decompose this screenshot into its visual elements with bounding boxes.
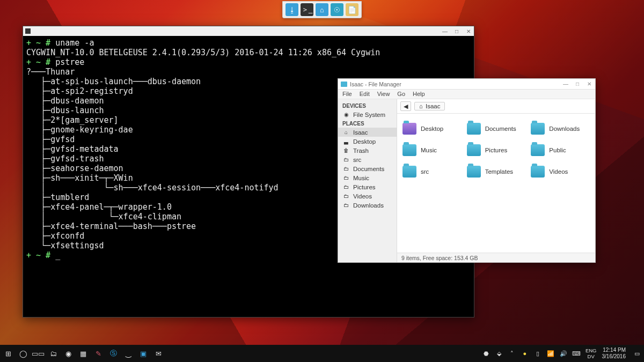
folder-pictures[interactable]: Pictures [465, 139, 528, 161]
sidebar-device-file system[interactable]: ◉File System [338, 110, 397, 119]
sidebar-places-header: PLACES [338, 119, 397, 128]
fm-statusbar: 9 items, Free space: 153.4 GB [397, 253, 595, 262]
tray-app-icon[interactable]: ⬣ [482, 350, 490, 357]
sidebar-place-trash[interactable]: 🗑Trash [338, 146, 397, 155]
home-icon: ⌂ [342, 129, 350, 136]
folder-icon [531, 123, 545, 135]
tray-volume-icon[interactable]: 🔊 [560, 350, 567, 357]
desktop-icon: ▃ [342, 138, 350, 145]
folder-icon: 🗀 [342, 166, 350, 172]
folder-src[interactable]: src [400, 161, 464, 182]
app-icon[interactable]: ‿ [123, 349, 133, 358]
sidebar-place-music[interactable]: 🗀Music [338, 173, 397, 182]
minimize-button[interactable]: — [442, 28, 448, 34]
kb-text: DV [586, 353, 597, 359]
trash-icon: 🗑 [342, 147, 350, 154]
folder-icon: 🗀 [342, 193, 350, 200]
minimize-button[interactable]: — [562, 81, 569, 87]
folder-music[interactable]: Music [400, 139, 464, 161]
taskbar-clock[interactable]: 12:14 PM 3/16/2016 [602, 347, 628, 360]
lang-text: ENG [586, 348, 597, 353]
fm-title-text: Isaac - File Manager [350, 81, 401, 87]
menu-help[interactable]: Help [413, 91, 425, 98]
folder-documents[interactable]: Documents [465, 118, 528, 139]
sidebar-place-isaac[interactable]: ⌂Isaac [338, 128, 397, 137]
menu-edit[interactable]: Edit [360, 91, 370, 98]
clock-date: 3/16/2016 [602, 353, 626, 360]
folder-templates[interactable]: Templates [465, 161, 528, 182]
folder-icon [402, 123, 416, 135]
maximize-button[interactable]: □ [574, 81, 581, 87]
chrome-icon[interactable]: ◉ [63, 349, 73, 358]
folder-icon [402, 144, 416, 156]
menu-go[interactable]: Go [397, 91, 405, 98]
dock-web-icon[interactable]: ☉ [331, 3, 343, 16]
menu-file[interactable]: File [342, 91, 352, 98]
taskview-icon[interactable]: ▭▭ [33, 349, 43, 358]
fm-main-pane: ◀ ⌂ Isaac DesktopDocumentsDownloadsMusic… [397, 99, 595, 262]
tray-keyboard-icon[interactable]: ⌨ [573, 350, 580, 357]
window-icon[interactable]: ▦ [78, 349, 88, 358]
close-button[interactable]: ✕ [465, 28, 472, 34]
fm-titlebar[interactable]: Isaac - File Manager — □ ✕ [338, 79, 595, 90]
tray-notifications-icon[interactable]: ▭ [633, 350, 641, 357]
cortana-icon[interactable]: ◯ [18, 349, 28, 358]
folder-icon [531, 144, 545, 156]
file-manager-window: Isaac - File Manager — □ ✕ FileEditViewG… [338, 78, 596, 263]
fm-status-text: 9 items, Free space: 153.4 GB [401, 255, 478, 261]
top-dock: ⭳ ＞_ ⌂ ☉ 📄 [282, 1, 362, 18]
disk-icon: ◉ [342, 112, 350, 118]
folder-icon [467, 166, 481, 178]
gimp-icon[interactable]: ✎ [93, 349, 103, 358]
taskbar: ⊞ ◯ ▭▭ 🗂 ◉ ▦ ✎ Ⓢ ‿ ▣ ✉ ⬣ ⬙ ˄ ● ▯ 📶 🔊 ⌨ E… [0, 345, 644, 362]
menu-view[interactable]: View [377, 91, 390, 98]
fm-sidebar: DEVICES ◉File System PLACES ⌂Isaac▃Deskt… [338, 99, 397, 262]
dock-home-icon[interactable]: ⌂ [316, 3, 328, 16]
fm-menubar: FileEditViewGoHelp [338, 90, 595, 99]
breadcrumb-label: Isaac [426, 103, 441, 109]
close-button[interactable]: ✕ [586, 81, 592, 87]
folder-desktop[interactable]: Desktop [400, 118, 464, 139]
sidebar-devices-header: DEVICES [338, 101, 397, 110]
dock-notes-icon[interactable]: 📄 [346, 3, 358, 16]
folder-icon: 🗀 [342, 202, 350, 209]
back-button[interactable]: ◀ [400, 101, 411, 111]
sidebar-place-pictures[interactable]: 🗀Pictures [338, 182, 397, 191]
tray-network-icon[interactable]: 📶 [547, 350, 554, 357]
tray-battery-icon[interactable]: ▯ [534, 350, 541, 357]
dock-download-icon[interactable]: ⭳ [286, 3, 298, 16]
camera-icon[interactable]: ▣ [138, 349, 148, 358]
sidebar-place-src[interactable]: 🗀src [338, 155, 397, 164]
sidebar-place-desktop[interactable]: ▃Desktop [338, 137, 397, 146]
fm-icon-grid[interactable]: DesktopDocumentsDownloadsMusicPicturesPu… [397, 114, 595, 253]
start-button[interactable]: ⊞ [3, 349, 13, 358]
fm-app-icon [341, 82, 347, 87]
tray-language[interactable]: ENG DV [586, 348, 597, 359]
folder-icon: 🗀 [342, 184, 350, 190]
maximize-button[interactable]: □ [453, 28, 460, 34]
folder-videos[interactable]: Videos [529, 161, 592, 182]
folder-icon [531, 166, 545, 178]
dock-terminal-icon[interactable]: ＞_ [301, 3, 313, 16]
folder-public[interactable]: Public [529, 139, 592, 161]
breadcrumb[interactable]: ⌂ Isaac [414, 102, 445, 110]
terminal-titlebar[interactable]: — □ ✕ [23, 26, 474, 36]
tray-status-icon[interactable]: ● [521, 350, 529, 357]
home-icon: ⌂ [419, 103, 423, 109]
terminal-app-icon [25, 28, 31, 34]
chevron-left-icon: ◀ [404, 103, 408, 110]
tray-dropbox-icon[interactable]: ⬙ [495, 350, 503, 357]
fm-pathbar: ◀ ⌂ Isaac [397, 99, 595, 114]
clock-time: 12:14 PM [602, 347, 626, 353]
mail-icon[interactable]: ✉ [153, 349, 163, 358]
sidebar-place-downloads[interactable]: 🗀Downloads [338, 201, 397, 210]
explorer-icon[interactable]: 🗂 [48, 349, 58, 358]
folder-icon [467, 123, 481, 135]
sidebar-place-documents[interactable]: 🗀Documents [338, 164, 397, 173]
tray-chevron-up-icon[interactable]: ˄ [508, 350, 516, 357]
folder-downloads[interactable]: Downloads [529, 118, 592, 139]
skype-icon[interactable]: Ⓢ [108, 349, 118, 358]
sidebar-place-videos[interactable]: 🗀Videos [338, 191, 397, 201]
folder-icon [467, 144, 481, 156]
folder-icon [402, 166, 416, 178]
